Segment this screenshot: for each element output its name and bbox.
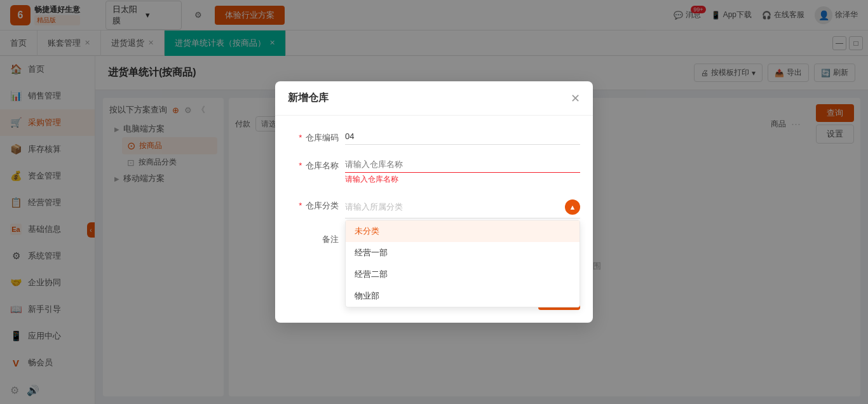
category-dropdown-arrow[interactable]: ▲ [565,199,580,215]
dropdown-item-2[interactable]: 经营二部 [346,264,580,285]
notes-label: 备注 [288,230,345,245]
category-dropdown-list: 未分类 经营一部 经营二部 物业部 [345,220,580,307]
modal-title: 新增仓库 [288,91,329,105]
category-control: 请输入所属分类 ▲ [345,196,580,219]
code-control [345,128,580,145]
category-selector[interactable]: 请输入所属分类 ▲ [345,196,580,219]
modal-header: 新增仓库 ✕ [275,81,593,116]
dropdown-item-1[interactable]: 经营一部 [346,242,580,264]
name-label: * 仓库名称 [288,156,345,172]
code-input[interactable] [345,128,580,145]
code-label: * 仓库编码 [288,128,345,144]
modal-body: * 仓库编码 * 仓库名称 请输入仓库名称 [275,116,593,282]
category-label: * 仓库分类 [288,196,345,212]
name-input[interactable] [345,156,580,173]
dropdown-item-3[interactable]: 物业部 [346,285,580,307]
new-warehouse-modal: 新增仓库 ✕ * 仓库编码 * 仓库名称 [275,81,593,323]
name-control: 请输入仓库名称 [345,156,580,185]
modal-overlay: 新增仓库 ✕ * 仓库编码 * 仓库名称 [0,0,868,404]
name-error-msg: 请输入仓库名称 [345,174,580,185]
form-row-category: * 仓库分类 请输入所属分类 ▲ 未分类 经营一部 经营二部 物业部 [288,196,580,219]
form-row-name: * 仓库名称 请输入仓库名称 [288,156,580,185]
modal-close-button[interactable]: ✕ [571,93,580,104]
form-row-code: * 仓库编码 [288,128,580,145]
dropdown-item-0[interactable]: 未分类 [346,220,580,242]
